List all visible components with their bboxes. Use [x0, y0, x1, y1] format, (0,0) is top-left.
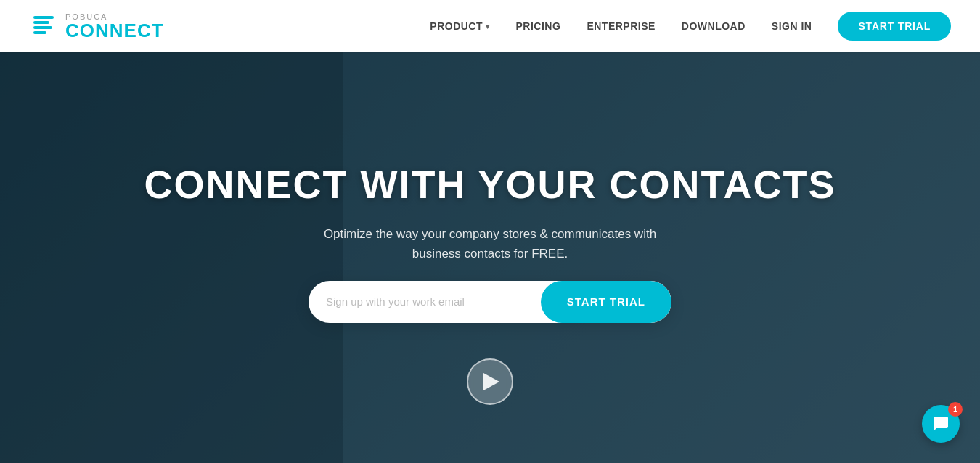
hero-email-form: START TRIAL: [309, 281, 671, 323]
hero-email-input[interactable]: [309, 281, 541, 323]
navbar: POBUCA CONNECT PRODUCT ▾ PRICING ENTERPR…: [0, 0, 980, 52]
svg-rect-1: [33, 21, 49, 24]
nav-pricing[interactable]: PRICING: [516, 20, 561, 32]
hero-content: CONNECT WITH YOUR CONTACTS Optimize the …: [130, 163, 851, 323]
logo[interactable]: POBUCA CONNECT: [29, 10, 164, 42]
hero-start-trial-button[interactable]: START TRIAL: [541, 281, 671, 323]
logo-icon: [29, 10, 61, 42]
chevron-down-icon: ▾: [486, 22, 490, 30]
chat-icon: [932, 415, 950, 433]
svg-rect-2: [33, 26, 52, 29]
hero-title: CONNECT WITH YOUR CONTACTS: [144, 163, 836, 206]
logo-connect: CONNECT: [65, 21, 164, 40]
svg-rect-0: [33, 16, 54, 19]
hero-subtitle: Optimize the way your company stores & c…: [324, 224, 656, 263]
nav-signin[interactable]: SIGN IN: [772, 20, 812, 32]
play-icon: [483, 373, 499, 390]
nav-product[interactable]: PRODUCT ▾: [430, 20, 489, 32]
play-button[interactable]: [467, 358, 513, 405]
nav-links: PRODUCT ▾ PRICING ENTERPRISE DOWNLOAD SI…: [430, 12, 951, 41]
nav-enterprise[interactable]: ENTERPRISE: [587, 20, 655, 32]
nav-download[interactable]: DOWNLOAD: [682, 20, 746, 32]
nav-start-trial-button[interactable]: START TRIAL: [838, 12, 951, 41]
svg-rect-3: [33, 31, 46, 34]
chat-badge: 1: [948, 402, 963, 417]
logo-text: POBUCA CONNECT: [65, 13, 164, 40]
play-button-container: [467, 358, 513, 405]
chat-bubble-button[interactable]: 1: [922, 405, 960, 443]
chat-widget: 1: [922, 405, 960, 443]
hero-section: CONNECT WITH YOUR CONTACTS Optimize the …: [0, 52, 980, 463]
